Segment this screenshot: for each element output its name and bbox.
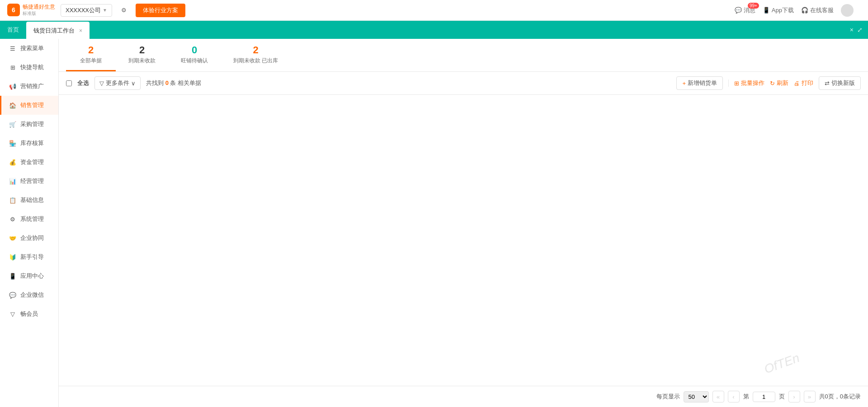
sales-icon: 🏠 xyxy=(9,101,17,109)
sidebar-item-search[interactable]: ☰ 搜索菜单 xyxy=(0,39,58,58)
sidebar-label-member: 畅会员 xyxy=(20,310,38,318)
sidebar-label-wechat: 企业微信 xyxy=(20,291,44,299)
page-size-label: 每页显示 xyxy=(656,393,680,401)
add-btn-label: 新增销货单 xyxy=(688,79,717,87)
refresh-button[interactable]: ↻ 刷新 xyxy=(770,79,788,87)
print-button[interactable]: 🖨 打印 xyxy=(794,79,813,87)
inventory-icon: 🏪 xyxy=(9,139,17,147)
switch-icon: ⇄ xyxy=(825,80,830,87)
sidebar-label-marketing: 营销推广 xyxy=(20,82,44,90)
page-size-select[interactable]: 50 100 200 xyxy=(684,391,709,402)
top-bar: 6 畅捷通好生意 标准版 XXXXXX公司 ▼ ⚙ 体验行业方案 💬 消息 99… xyxy=(0,0,868,21)
found-prefix: 共找到 xyxy=(146,80,164,86)
sidebar-item-quicknav[interactable]: ⊞ 快捷导航 xyxy=(0,58,58,77)
switch-version-button[interactable]: ⇄ 切换新版 xyxy=(819,76,861,90)
logo-name: 畅捷通好生意 xyxy=(23,4,55,10)
tab-minimize-button[interactable]: × xyxy=(850,26,854,33)
sidebar-label-inventory: 库存核算 xyxy=(20,139,44,147)
member-icon: ▽ xyxy=(9,310,17,318)
service-icon: 🎧 xyxy=(801,7,808,14)
top-bar-left: 6 畅捷通好生意 标准版 XXXXXX公司 ▼ ⚙ 体验行业方案 xyxy=(7,4,185,17)
stat-tab-overdue[interactable]: 2 到期未收款 xyxy=(116,39,168,71)
filter-button[interactable]: ▽ 更多条件 ∨ xyxy=(94,76,141,90)
sidebar-item-app[interactable]: 📱 应用中心 xyxy=(0,267,58,285)
stat-tab-shipped[interactable]: 2 到期未收款 已出库 xyxy=(221,39,291,71)
prev-page-button[interactable]: ‹ xyxy=(728,391,740,402)
trial-button[interactable]: 体验行业方案 xyxy=(136,4,185,17)
sidebar-item-finance[interactable]: 💰 资金管理 xyxy=(0,153,58,172)
stat-count-all: 2 xyxy=(88,44,94,56)
logo-area: 6 畅捷通好生意 标准版 xyxy=(7,4,55,16)
sidebar-item-guide[interactable]: 🔰 新手引导 xyxy=(0,248,58,267)
refresh-icon: ↻ xyxy=(770,80,775,87)
avatar[interactable] xyxy=(841,4,854,17)
content-area: 2 全部单据 2 到期未收款 0 旺铺待确认 2 到期未收款 已出库 全选 ▽ … xyxy=(59,39,868,407)
sidebar-item-member[interactable]: ▽ 畅会员 xyxy=(0,304,58,323)
page-label: 第 xyxy=(743,393,749,401)
quicknav-icon: ⊞ xyxy=(9,63,17,71)
tab-maximize-button[interactable]: ⤢ xyxy=(857,26,863,33)
search-icon: ☰ xyxy=(9,44,17,52)
tab-workbench[interactable]: 钱货日清工作台 × xyxy=(26,22,90,40)
dropdown-arrow-icon: ▼ xyxy=(103,8,107,13)
logo-text-area: 畅捷通好生意 标准版 xyxy=(23,4,55,16)
sidebar-label-ops: 经营管理 xyxy=(20,177,44,185)
pagination: 每页显示 50 100 200 « ‹ 第 页 › » 共0页，0条记录 xyxy=(59,386,868,407)
sidebar-item-purchase[interactable]: 🛒 采购管理 xyxy=(0,115,58,134)
stats-tabs: 2 全部单据 2 到期未收款 0 旺铺待确认 2 到期未收款 已出库 xyxy=(59,39,868,72)
stat-tab-all[interactable]: 2 全部单据 xyxy=(66,39,116,71)
sidebar-item-system[interactable]: ⚙ 系统管理 xyxy=(0,210,58,229)
next-page-button[interactable]: › xyxy=(788,391,800,402)
top-bar-right: 💬 消息 99+ 📱 App下载 🎧 在线客服 xyxy=(735,4,861,17)
sidebar-item-wechat[interactable]: 💬 企业微信 xyxy=(0,285,58,304)
sidebar-item-sales[interactable]: 🏠 销售管理 xyxy=(0,96,58,115)
sidebar-label-quicknav: 快捷导航 xyxy=(20,63,44,71)
stat-count-shipped: 2 xyxy=(253,44,259,56)
add-sales-order-button[interactable]: + 新增销货单 xyxy=(676,76,723,90)
app-download-button[interactable]: 📱 App下载 xyxy=(763,6,794,14)
sidebar-label-search: 搜索菜单 xyxy=(20,44,44,52)
sidebar-label-purchase: 采购管理 xyxy=(20,120,44,128)
sidebar-label-sales: 销售管理 xyxy=(20,101,44,109)
marketing-icon: 📢 xyxy=(9,82,17,90)
base-icon: 📋 xyxy=(9,196,17,204)
found-text: 共找到 0 条 相关单据 xyxy=(146,79,201,87)
tab-home[interactable]: 首页 xyxy=(0,21,26,39)
filter-icon: ▽ xyxy=(99,80,104,87)
page-suffix: 页 xyxy=(779,393,785,401)
tab-bar: 首页 钱货日清工作台 × × ⤢ xyxy=(0,21,868,39)
found-unit: 条 xyxy=(170,80,176,86)
corp-icon: 🤝 xyxy=(9,234,17,242)
sidebar-label-corp: 企业协同 xyxy=(20,234,44,242)
page-number-input[interactable] xyxy=(753,392,775,402)
sidebar-item-ops[interactable]: 📊 经营管理 xyxy=(0,172,58,191)
sidebar: ☰ 搜索菜单 ⊞ 快捷导航 📢 营销推广 🏠 销售管理 🛒 采购管理 🏪 库存核… xyxy=(0,39,59,407)
phone-icon: 📱 xyxy=(763,7,770,14)
print-label: 打印 xyxy=(802,79,813,87)
last-page-button[interactable]: » xyxy=(804,391,816,402)
sidebar-item-marketing[interactable]: 📢 营销推广 xyxy=(0,77,58,96)
total-info: 共0页，0条记录 xyxy=(819,393,861,401)
sidebar-item-inventory[interactable]: 🏪 库存核算 xyxy=(0,134,58,153)
message-button[interactable]: 💬 消息 99+ xyxy=(735,6,755,14)
logo-icon: 6 xyxy=(7,4,20,16)
system-icon: ⚙ xyxy=(9,215,17,223)
select-all-checkbox[interactable] xyxy=(66,80,72,86)
plus-icon: + xyxy=(682,80,686,87)
sidebar-item-corp[interactable]: 🤝 企业协同 xyxy=(0,229,58,248)
message-icon: 💬 xyxy=(735,7,742,14)
company-name: XXXXXX公司 xyxy=(66,6,101,14)
settings-button[interactable]: ⚙ xyxy=(118,4,130,17)
first-page-button[interactable]: « xyxy=(712,391,724,402)
online-service-button[interactable]: 🎧 在线客服 xyxy=(801,6,834,14)
stat-tab-pending[interactable]: 0 旺铺待确认 xyxy=(168,39,221,71)
tab-close-icon[interactable]: × xyxy=(79,28,82,34)
batch-icon: ⊞ xyxy=(734,80,739,87)
sidebar-item-base[interactable]: 📋 基础信息 xyxy=(0,191,58,210)
found-count: 0 xyxy=(165,80,169,86)
batch-operation-button[interactable]: ⊞ 批量操作 xyxy=(734,79,764,87)
filter-label: 更多条件 xyxy=(106,79,129,87)
company-selector[interactable]: XXXXXX公司 ▼ xyxy=(61,4,112,17)
main-layout: ☰ 搜索菜单 ⊞ 快捷导航 📢 营销推广 🏠 销售管理 🛒 采购管理 🏪 库存核… xyxy=(0,39,868,407)
sidebar-label-app: 应用中心 xyxy=(20,272,44,280)
